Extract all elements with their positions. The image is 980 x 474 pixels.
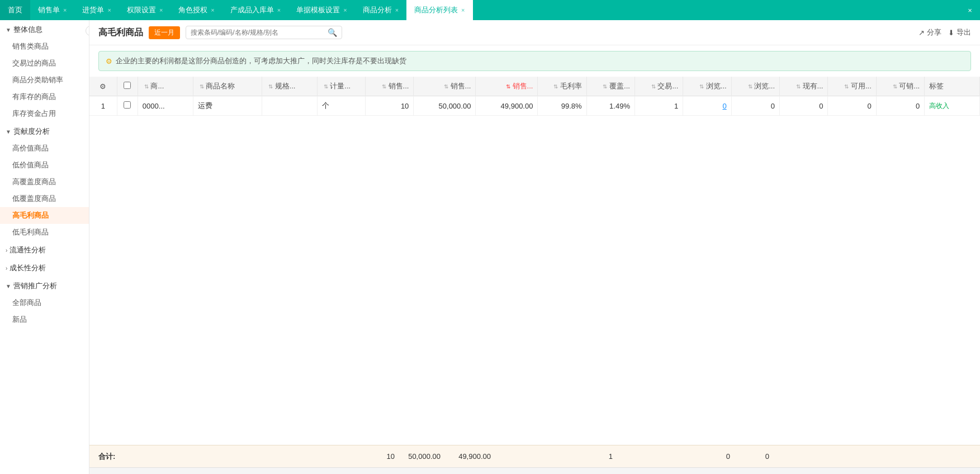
table-body: 1 0000... 运费 xyxy=(89,96,980,116)
row-stock1: 0 xyxy=(780,96,828,116)
sidebar-group-liquidity[interactable]: › 流通性分析 xyxy=(0,241,89,259)
col-header-spec: ⇅ 规格... xyxy=(262,77,317,96)
close-doc-template-icon[interactable]: × xyxy=(343,7,347,13)
col-header-code: ⇅ 商... xyxy=(138,77,193,96)
time-filter-button[interactable]: 近一月 xyxy=(149,26,180,39)
col-header-browse1: ⇅ 浏览... xyxy=(683,77,731,96)
header-actions: ↗ 分享 ⬇ 导出 xyxy=(919,27,971,37)
close-product-analysis-icon[interactable]: × xyxy=(395,7,399,13)
search-input[interactable] xyxy=(191,29,328,36)
nav-permission-settings[interactable]: 权限设置 × xyxy=(119,0,171,20)
row-tag: 高收入 xyxy=(925,96,980,116)
nav-product-analysis-list[interactable]: 商品分析列表 × xyxy=(406,0,472,20)
nav-sales-order[interactable]: 销售单 × xyxy=(30,0,74,20)
sidebar-group-marketing[interactable]: ▼ 营销推广分析 xyxy=(0,276,89,294)
footer-total-row: 合计: 10 50,000.00 49,900.00 1 0 0 xyxy=(89,445,980,467)
col-header-stock1: ⇅ 现有... xyxy=(780,77,828,96)
row-trade: 1 xyxy=(635,96,683,116)
sort-icon-sales-cost: ⇅ xyxy=(506,83,510,90)
nav-product-analysis[interactable]: 商品分析 × xyxy=(355,0,406,20)
col-header-cover: ⇅ 覆盖... xyxy=(586,77,635,96)
row-gross-rate: 99.8% xyxy=(538,96,586,116)
browse1-link[interactable]: 0 xyxy=(722,102,726,110)
col-header-sales-cost: ⇅ 销售... xyxy=(476,77,538,96)
col-header-trade: ⇅ 交易... xyxy=(635,77,683,96)
export-button[interactable]: ⬇ 导出 xyxy=(948,27,971,37)
sidebar-item-high-coverage[interactable]: 高覆盖度商品 xyxy=(0,173,89,190)
close-permission-settings-icon[interactable]: × xyxy=(159,7,163,13)
close-product-analysis-list-icon[interactable]: × xyxy=(461,7,465,13)
expand-arrow-liquidity-icon: › xyxy=(6,247,7,254)
window-close-button[interactable]: × xyxy=(960,0,980,20)
col-header-num: ⚙ xyxy=(89,77,117,96)
nav-purchase-order[interactable]: 进货单 × xyxy=(74,0,119,20)
footer-trade: 1 xyxy=(574,452,613,461)
sidebar-item-high-margin[interactable]: 高毛利商品 xyxy=(0,207,89,224)
table-wrapper[interactable]: ⚙ ⇅ 商... ⇅ 商品名称 xyxy=(89,77,980,445)
row-sales-amt: 50,000.00 xyxy=(414,96,476,116)
row-num: 1 xyxy=(89,96,117,116)
col-header-gross-rate: ⇅ 毛利率 xyxy=(538,77,586,96)
footer-sales-cost: 49,900.00 xyxy=(445,452,495,461)
sort-icon-stock1: ⇅ xyxy=(796,83,801,90)
sidebar-item-sales-goods[interactable]: 销售类商品 xyxy=(0,38,89,55)
col-header-unit: ⇅ 计量... xyxy=(317,77,365,96)
sort-icon-stock3: ⇅ xyxy=(893,83,897,90)
info-icon: ⚙ xyxy=(106,57,112,65)
info-banner: ⚙ 企业的主要的利润都是这部分商品创造的，可考虑加大推广，同时关注库存是不要出现… xyxy=(98,51,971,71)
share-icon: ↗ xyxy=(919,29,925,37)
sidebar-group-growth[interactable]: › 成长性分析 xyxy=(0,259,89,276)
sidebar-item-all-goods[interactable]: 全部商品 xyxy=(0,294,89,311)
sidebar-item-low-value[interactable]: 低价值商品 xyxy=(0,157,89,173)
sort-icon-trade: ⇅ xyxy=(651,83,656,90)
search-icon[interactable]: 🔍 xyxy=(328,28,337,37)
row-sales-cost: 49,900.00 xyxy=(476,96,538,116)
sort-icon-spec: ⇅ xyxy=(268,83,273,90)
col-header-sales-amt: ⇅ 销售... xyxy=(414,77,476,96)
nav-role-auth[interactable]: 角色授权 × xyxy=(171,0,222,20)
close-product-inbound-icon[interactable]: × xyxy=(277,7,281,13)
sort-icon-name: ⇅ xyxy=(200,83,204,90)
sidebar-item-low-coverage[interactable]: 低覆盖度商品 xyxy=(0,190,89,207)
select-all-checkbox[interactable] xyxy=(124,82,131,89)
sort-icon-browse2: ⇅ xyxy=(748,83,752,90)
expand-arrow-growth-icon: › xyxy=(6,265,7,271)
sidebar-item-in-stock-goods[interactable]: 有库存的商品 xyxy=(0,88,89,105)
sidebar-item-high-value[interactable]: 高价值商品 xyxy=(0,140,89,157)
sort-icon-sales-qty: ⇅ xyxy=(382,83,386,90)
col-header-stock2: ⇅ 可用... xyxy=(828,77,876,96)
nav-doc-template[interactable]: 单据模板设置 × xyxy=(288,0,354,20)
col-header-check xyxy=(117,77,138,96)
sidebar-item-stock-capital[interactable]: 库存资金占用 xyxy=(0,105,89,122)
row-checkbox[interactable] xyxy=(124,101,131,109)
sidebar-group-overall-info[interactable]: ▼ 整体信息 xyxy=(0,20,89,38)
table-header-row: ⚙ ⇅ 商... ⇅ 商品名称 xyxy=(89,77,980,96)
nav-home[interactable]: 首页 xyxy=(0,0,30,20)
settings-icon[interactable]: ⚙ xyxy=(100,82,106,91)
expand-arrow-icon: ▼ xyxy=(6,27,11,33)
close-role-auth-icon[interactable]: × xyxy=(211,7,214,13)
row-unit: 个 xyxy=(317,96,365,116)
sidebar-item-new-goods[interactable]: 新品 xyxy=(0,311,89,328)
row-checkbox-cell xyxy=(117,96,138,116)
sort-icon-sales-amt: ⇅ xyxy=(444,83,448,90)
footer-sales-amt: 50,000.00 xyxy=(395,452,445,461)
sidebar-item-category-rate[interactable]: 商品分类助销率 xyxy=(0,72,89,88)
footer-columns: 10 50,000.00 49,900.00 1 0 0 xyxy=(132,452,971,461)
footer-sales-qty: 10 xyxy=(356,452,395,461)
sort-icon-browse1: ⇅ xyxy=(699,83,704,90)
horizontal-scrollbar[interactable] xyxy=(89,467,980,474)
window-close-icon: × xyxy=(968,6,972,15)
sidebar-item-traded-goods[interactable]: 交易过的商品 xyxy=(0,55,89,72)
export-icon: ⬇ xyxy=(948,29,954,37)
close-purchase-order-icon[interactable]: × xyxy=(107,7,111,13)
share-button[interactable]: ↗ 分享 xyxy=(919,27,941,37)
sidebar-group-contribution[interactable]: ▼ 贡献度分析 xyxy=(0,122,89,140)
footer-stock1: 0 xyxy=(691,452,730,461)
search-box: 🔍 xyxy=(186,26,342,39)
nav-product-inbound[interactable]: 产成品入库单 × xyxy=(222,0,288,20)
sort-icon-code: ⇅ xyxy=(144,83,149,90)
row-sales-qty: 10 xyxy=(366,96,414,116)
sidebar-item-low-margin[interactable]: 低毛利商品 xyxy=(0,224,89,241)
close-sales-order-icon[interactable]: × xyxy=(63,7,67,13)
